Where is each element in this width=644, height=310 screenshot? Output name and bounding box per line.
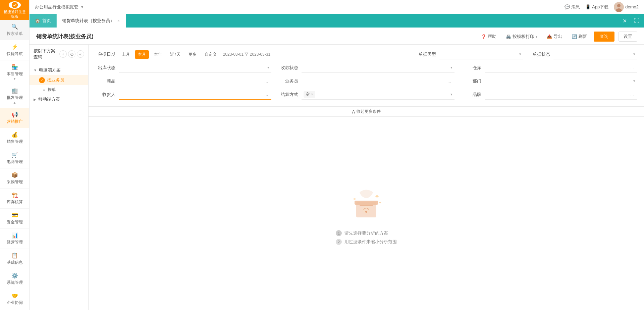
collapse-panel-btn[interactable]: « <box>77 50 84 58</box>
template-print-btn[interactable]: 🖨️ 按模板打印 ▾ <box>503 32 540 41</box>
doc-status-dropdown[interactable]: ▾ <box>553 49 637 59</box>
tip-num-1: 1 <box>336 230 342 236</box>
date-btn-7days[interactable]: 近7天 <box>167 50 183 59</box>
sidebar-item-basic-info[interactable]: 📋 基础信息 <box>0 249 29 269</box>
brand-label: 品牌 <box>461 92 485 98</box>
tip-1-text: 请先选择要分析的方案 <box>344 230 388 236</box>
tab-home[interactable]: 🏠 首页 <box>30 14 57 28</box>
settlement-tag-remove[interactable]: × <box>311 93 313 96</box>
maximize-icon: ⛶ <box>634 18 639 24</box>
sales-icon: 💰 <box>11 132 18 138</box>
scheme-item-by-order[interactable]: ≡ 按单 <box>30 85 88 94</box>
filter-col-receiver: 收货人 … <box>95 90 271 100</box>
sidebar-item-marketing[interactable]: 📢 营销推广 <box>0 108 29 128</box>
sidebar-item-wholesale[interactable]: 🏢 批发管理 ▲ <box>0 84 29 108</box>
payment-status-dropdown[interactable]: ▾ <box>302 63 454 73</box>
topbar-right: 💬 消息 📱 App下载 demo2 <box>565 2 639 12</box>
refresh-label: 刷新 <box>578 34 587 40</box>
sidebar-item-retail[interactable]: 🏪 零售管理 ▼ <box>0 60 29 84</box>
goods-more-icon[interactable]: … <box>263 79 269 83</box>
sidebar-purchase-label: 采购管理 <box>7 179 23 185</box>
doc-type-arrow: ▾ <box>519 52 521 56</box>
sidebar-item-search[interactable]: 🔍 搜索菜单 <box>0 20 29 40</box>
tab-close-all-btn[interactable]: ✕ <box>620 16 629 25</box>
goods-input[interactable]: … <box>119 76 271 86</box>
tab-close-btn[interactable]: × <box>116 18 120 23</box>
help-btn[interactable]: ❓ 帮助 <box>478 32 499 41</box>
left-panel: 按以下方案查询 + ⊙ « <box>30 45 89 310</box>
sidebar-item-enterprise[interactable]: 🤝 企业协同 <box>0 289 29 309</box>
tip-num-2: 2 <box>336 239 342 245</box>
topbar-message-btn[interactable]: 💬 消息 <box>565 4 580 10</box>
warehouse-more-icon[interactable]: … <box>629 66 635 70</box>
goods-label: 商品 <box>95 78 119 84</box>
filter-col-dept: 部门 ▾ <box>461 76 637 86</box>
scheme-item-by-salesperson[interactable]: ✓ 按业务员 <box>30 75 88 85</box>
sidebar-item-operations[interactable]: 📊 经营管理 <box>0 229 29 249</box>
left-panel-header: 按以下方案查询 + ⊙ « <box>30 45 88 63</box>
salesperson-label: 业务员 <box>278 78 302 84</box>
sidebar-item-ecommerce[interactable]: 🛒 电商管理 <box>0 148 29 168</box>
export-label: 导出 <box>553 34 562 40</box>
receiver-more-icon[interactable]: … <box>263 92 269 96</box>
doc-type-label: 单据类型 <box>416 51 439 57</box>
sidebar-item-quick-nav[interactable]: ⚡ 快捷导航 <box>0 40 29 60</box>
filter-col-date: 单据日期 上月 本月 本年 近7天 更多 自定义 2023-03-01 至 20… <box>95 50 409 59</box>
query-btn[interactable]: 查询 <box>594 32 614 42</box>
copy-scheme-btn[interactable]: ⊙ <box>68 50 75 58</box>
sidebar-ecommerce-label: 电商管理 <box>7 159 23 165</box>
add-scheme-btn[interactable]: + <box>59 50 67 58</box>
empty-state: 1 请先选择要分析的方案 2 用过滤条件来缩小分析范围 <box>89 117 644 310</box>
sidebar-sales-label: 销售管理 <box>7 139 23 145</box>
brand-more-icon[interactable]: … <box>629 93 635 97</box>
wholesale-icon: 🏢 <box>11 88 18 94</box>
date-btn-this-year[interactable]: 本年 <box>151 50 165 59</box>
scheme-item-by-salesperson-label: 按业务员 <box>47 77 64 83</box>
tab-maximize-btn[interactable]: ⛶ <box>632 16 641 25</box>
dept-dropdown[interactable]: ▾ <box>485 76 637 86</box>
receiver-input[interactable]: … <box>119 90 271 100</box>
settlement-dropdown[interactable]: 空 × ▾ <box>302 90 454 100</box>
scheme-group-desktop-header[interactable]: ▼ 电脑端方案 <box>30 65 88 75</box>
export-btn[interactable]: 📤 导出 <box>544 32 565 41</box>
sidebar-item-sales[interactable]: 💰 销售管理 <box>0 128 29 148</box>
salesperson-input[interactable]: … <box>302 76 454 86</box>
date-btn-more[interactable]: 更多 <box>185 50 200 59</box>
doc-status-arrow: ▾ <box>633 52 635 56</box>
tab-sales-stats[interactable]: 销货单统计表（按业务员） × <box>57 14 126 28</box>
sidebar-item-system[interactable]: ⚙️ 系统管理 <box>0 269 29 289</box>
date-btn-custom[interactable]: 自定义 <box>202 50 220 59</box>
sidebar-retail-label: 零售管理 <box>7 71 23 77</box>
tab-sales-stats-label: 销货单统计表（按业务员） <box>62 18 114 24</box>
template-print-label: 按模板打印 <box>513 34 534 40</box>
sidebar-item-inventory[interactable]: 🏗️ 库存核算 <box>0 189 29 209</box>
ship-status-arrow: ▾ <box>267 65 269 70</box>
order-icon: ≡ <box>43 87 46 92</box>
svg-rect-5 <box>360 205 373 206</box>
ecommerce-icon: 🛒 <box>11 152 18 158</box>
warehouse-input[interactable]: … <box>485 63 637 73</box>
salesperson-more-icon[interactable]: … <box>446 79 452 83</box>
doc-type-dropdown[interactable]: ▾ <box>439 49 523 59</box>
topbar-dropdown-arrow[interactable]: ▾ <box>81 5 83 9</box>
collapse-bar[interactable]: ⋀ 收起更多条件 <box>89 107 644 117</box>
refresh-btn[interactable]: 🔄 刷新 <box>569 32 590 41</box>
left-panel-title: 按以下方案查询 <box>34 48 59 60</box>
topbar-app-download-btn[interactable]: 📱 App下载 <box>585 4 608 10</box>
sidebar-logo: 畅捷通好生意 标版 <box>0 0 30 20</box>
filter-col-ship-status: 出库状态 ▾ <box>95 63 271 73</box>
date-btn-last-month[interactable]: 上月 <box>119 50 133 59</box>
ship-status-dropdown[interactable]: ▾ <box>119 63 271 73</box>
sidebar-item-finance[interactable]: 💳 资金管理 <box>0 209 29 229</box>
retail-icon: 🏪 <box>11 64 18 70</box>
payment-status-arrow: ▾ <box>450 65 452 70</box>
brand-input[interactable]: … <box>485 90 637 100</box>
sidebar-finance-label: 资金管理 <box>7 219 23 225</box>
sidebar-item-purchase[interactable]: 📦 采购管理 <box>0 168 29 189</box>
settings-btn[interactable]: 设置 <box>619 32 637 42</box>
quick-nav-icon: ⚡ <box>11 44 18 50</box>
topbar-user-btn[interactable]: demo2 <box>614 2 639 12</box>
scheme-group-mobile-header[interactable]: ▶ 移动端方案 <box>30 94 88 104</box>
date-btn-this-month[interactable]: 本月 <box>135 50 149 59</box>
filter-row-3: 商品 … 业务员 … <box>95 76 637 86</box>
